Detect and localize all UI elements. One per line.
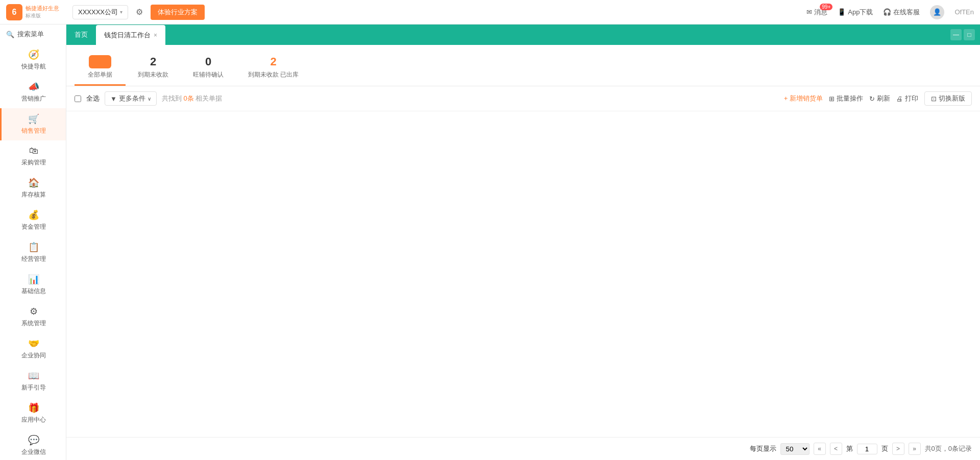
logo-icon: 6 bbox=[6, 4, 22, 20]
finance-icon: 💰 bbox=[28, 209, 39, 221]
batch-ops-icon: ⊞ bbox=[829, 95, 835, 103]
nav-tabs-bar: 首页 钱货日清工作台 × — □ bbox=[66, 25, 980, 45]
stat-num-all: 2 bbox=[89, 55, 111, 68]
username-text: OfTEn bbox=[954, 8, 974, 16]
prev-page-button[interactable]: < bbox=[830, 443, 842, 455]
refresh-icon: ↻ bbox=[869, 95, 875, 103]
online-service-button[interactable]: 🎧 在线客服 bbox=[883, 8, 920, 17]
company-selector[interactable]: XXXXXX公司 ▾ bbox=[72, 5, 128, 19]
stat-label-shipped: 到期未收款 已出库 bbox=[248, 70, 299, 79]
sidebar-item-sales[interactable]: 🛒 销售管理 bbox=[0, 108, 66, 140]
sidebar-item-label: 系统管理 bbox=[21, 319, 46, 328]
batch-ops-button[interactable]: ⊞ 批量操作 bbox=[829, 94, 863, 103]
page-number-input[interactable] bbox=[857, 444, 877, 454]
settings-button[interactable]: ⚙ bbox=[132, 5, 146, 19]
logo-text: 畅捷通好生意 bbox=[26, 5, 59, 12]
tab-home-label: 首页 bbox=[75, 30, 88, 39]
sidebar-item-guide[interactable]: 📖 新手引导 bbox=[0, 365, 66, 397]
batch-ops-label: 批量操作 bbox=[837, 94, 863, 103]
app-download-icon: 📱 bbox=[838, 8, 846, 16]
stat-num-pending: 0 bbox=[197, 55, 219, 68]
sidebar-item-label: 销售管理 bbox=[21, 127, 46, 135]
base-info-icon: 📊 bbox=[28, 274, 39, 285]
select-all-label: 全选 bbox=[86, 94, 100, 103]
guide-icon: 📖 bbox=[28, 370, 39, 381]
system-icon: ⚙ bbox=[30, 306, 38, 317]
enterprise-icon: 🤝 bbox=[28, 338, 39, 349]
stat-tab-all[interactable]: 2 全部单据 bbox=[75, 51, 126, 86]
pagination-bar: 每页显示 50 100 200 « < 第 页 > » 共0页，0条记录 bbox=[66, 437, 980, 460]
per-page-label: 每页显示 bbox=[750, 444, 776, 453]
more-filter-button[interactable]: ▼ 更多条件 ∨ bbox=[105, 91, 157, 106]
tab-work-bench-label: 钱货日清工作台 bbox=[104, 31, 151, 40]
per-page-select[interactable]: 50 100 200 bbox=[780, 443, 810, 455]
sidebar-item-marketing[interactable]: 📣 营销推广 bbox=[0, 76, 66, 108]
search-menu-item[interactable]: 🔍 搜索菜单 bbox=[0, 25, 66, 44]
service-icon: 🎧 bbox=[883, 8, 891, 16]
switch-icon: ⊡ bbox=[931, 95, 937, 103]
header-right: ✉ 消息 99+ 📱 App下载 🎧 在线客服 👤 OfTEn bbox=[806, 5, 974, 19]
stat-label-overdue: 到期未收款 bbox=[138, 70, 168, 79]
add-sale-button[interactable]: + 新增销货单 bbox=[784, 94, 823, 103]
window-minimize-button[interactable]: — bbox=[950, 29, 962, 40]
found-count: 0条 bbox=[184, 94, 194, 102]
tab-home[interactable]: 首页 bbox=[66, 25, 96, 45]
gear-icon: ⚙ bbox=[136, 7, 143, 17]
stat-tab-overdue[interactable]: 2 到期未收款 bbox=[126, 51, 181, 86]
logo-area: 6 畅捷通好生意 标准版 bbox=[6, 4, 72, 20]
message-button[interactable]: ✉ 消息 99+ bbox=[806, 8, 827, 17]
app-download-label: App下载 bbox=[848, 8, 873, 17]
last-page-button[interactable]: » bbox=[909, 443, 921, 455]
close-tab-icon[interactable]: × bbox=[154, 32, 157, 39]
company-arrow-icon: ▾ bbox=[120, 9, 122, 15]
purchase-icon: 🛍 bbox=[29, 146, 38, 156]
quick-nav-icon: 🧭 bbox=[28, 49, 39, 60]
tab-work-bench[interactable]: 钱货日清工作台 × bbox=[96, 25, 165, 45]
sidebar-item-finance[interactable]: 💰 资金管理 bbox=[0, 204, 66, 236]
sidebar-item-base-info[interactable]: 📊 基础信息 bbox=[0, 269, 66, 301]
trial-button[interactable]: 体验行业方案 bbox=[151, 5, 205, 20]
sidebar-item-quick-nav[interactable]: 🧭 快捷导航 bbox=[0, 44, 66, 76]
inventory-icon: 🏠 bbox=[28, 177, 39, 188]
sidebar-item-purchase[interactable]: 🛍 采购管理 bbox=[0, 140, 66, 172]
table-area bbox=[66, 111, 980, 437]
print-icon: 🖨 bbox=[896, 95, 903, 103]
next-page-button[interactable]: > bbox=[892, 443, 904, 455]
sales-icon: 🛒 bbox=[28, 113, 39, 125]
sidebar-item-inventory[interactable]: 🏠 库存核算 bbox=[0, 172, 66, 204]
refresh-label: 刷新 bbox=[877, 94, 890, 103]
app-center-icon: 🎁 bbox=[28, 402, 39, 414]
sidebar-item-app-center[interactable]: 🎁 应用中心 bbox=[0, 397, 66, 429]
stat-num-overdue: 2 bbox=[142, 55, 164, 68]
sidebar-item-enterprise[interactable]: 🤝 企业协同 bbox=[0, 333, 66, 365]
stat-tab-shipped[interactable]: 2 到期未收款 已出库 bbox=[236, 51, 311, 86]
select-all-checkbox[interactable] bbox=[75, 95, 81, 102]
app-download-button[interactable]: 📱 App下载 bbox=[838, 8, 873, 17]
avatar[interactable]: 👤 bbox=[930, 5, 944, 19]
found-suffix: 相关单据 bbox=[195, 94, 222, 102]
operations-icon: 📋 bbox=[28, 241, 39, 253]
username-area[interactable]: OfTEn bbox=[954, 8, 974, 16]
page-content: 2 全部单据 2 到期未收款 0 旺辅待确认 2 到期未收款 已出库 bbox=[66, 45, 980, 460]
filter-arrow-icon: ∨ bbox=[148, 96, 151, 102]
sidebar-item-operations[interactable]: 📋 经营管理 bbox=[0, 236, 66, 269]
search-icon: 🔍 bbox=[6, 31, 14, 38]
stat-tab-pending[interactable]: 0 旺辅待确认 bbox=[181, 51, 236, 86]
sidebar-item-label: 营销推广 bbox=[21, 94, 46, 103]
avatar-icon: 👤 bbox=[933, 8, 941, 16]
print-button[interactable]: 🖨 打印 bbox=[896, 94, 918, 103]
refresh-button[interactable]: ↻ 刷新 bbox=[869, 94, 890, 103]
sidebar-item-weixin[interactable]: 💬 企业微信 bbox=[0, 429, 66, 460]
pagination-total: 共0页，0条记录 bbox=[925, 444, 972, 453]
sidebar-item-label: 快捷导航 bbox=[21, 62, 46, 71]
sidebar-item-label: 基础信息 bbox=[21, 287, 46, 296]
switch-version-button[interactable]: ⊡ 切换新版 bbox=[924, 91, 972, 106]
page-label: 页 bbox=[881, 444, 888, 453]
sidebar-item-system[interactable]: ⚙ 系统管理 bbox=[0, 301, 66, 333]
window-maximize-button[interactable]: □ bbox=[964, 29, 975, 40]
sidebar-item-label: 企业微信 bbox=[21, 448, 46, 456]
sidebar-item-label: 应用中心 bbox=[21, 416, 46, 424]
sidebar-item-label: 新手引导 bbox=[21, 383, 46, 392]
message-badge: 99+ bbox=[820, 4, 832, 10]
first-page-button[interactable]: « bbox=[814, 443, 826, 455]
